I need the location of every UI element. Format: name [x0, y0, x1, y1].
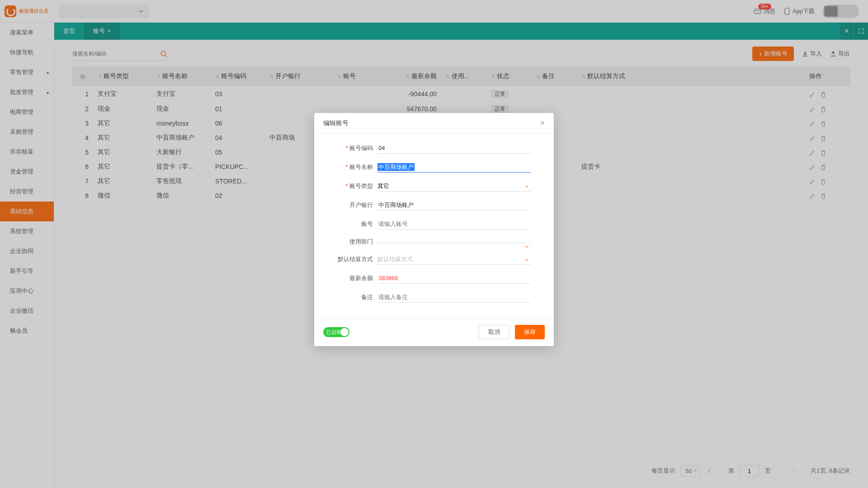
- label-payment: 默认结算方式: [332, 255, 377, 263]
- label-account-number: 账号: [332, 220, 377, 228]
- edit-account-modal: 编辑账号 × 账号编码 账号名称 中百商场账户 账号类型 其它 ⌄ 开户银行 账…: [314, 113, 554, 346]
- select-department[interactable]: ⌄: [377, 241, 531, 243]
- label-type: 账号类型: [332, 182, 377, 190]
- select-type[interactable]: 其它 ⌄: [377, 181, 531, 192]
- modal-title: 编辑账号: [323, 119, 349, 127]
- input-bank[interactable]: [377, 200, 531, 211]
- modal-header: 编辑账号 ×: [314, 113, 554, 134]
- input-account-number[interactable]: [377, 219, 531, 230]
- chevron-down-icon: ⌄: [524, 242, 529, 249]
- save-button[interactable]: 保存: [515, 325, 545, 339]
- input-name[interactable]: 中百商场账户: [377, 163, 415, 171]
- label-name: 账号名称: [332, 163, 377, 171]
- input-remark[interactable]: [377, 292, 531, 303]
- label-department: 使用部门: [332, 238, 377, 246]
- chevron-down-icon: ⌄: [524, 182, 529, 189]
- cancel-button[interactable]: 取消: [479, 325, 509, 339]
- label-code: 账号编码: [332, 144, 377, 152]
- balance-value: 383866: [377, 273, 531, 284]
- select-payment[interactable]: 默认结算方式 ⌄: [377, 254, 531, 265]
- enabled-toggle[interactable]: 已启用: [323, 327, 349, 337]
- label-remark: 备注: [332, 293, 377, 301]
- close-icon[interactable]: ×: [540, 118, 545, 128]
- input-code[interactable]: [377, 143, 531, 154]
- label-bank: 开户银行: [332, 201, 377, 209]
- label-balance: 最新余额: [332, 274, 377, 282]
- chevron-down-icon: ⌄: [524, 255, 529, 262]
